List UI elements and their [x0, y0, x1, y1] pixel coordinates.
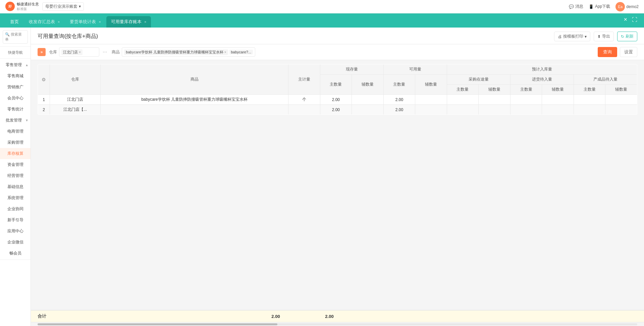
row1-inc-main [510, 95, 542, 105]
warehouse-tag: 江北门店 × [61, 49, 83, 55]
totals-avail-main: 2.00 [316, 314, 343, 319]
sidebar-item-apps[interactable]: 应用中心 [0, 226, 31, 237]
scroll-bar-track[interactable] [38, 323, 637, 325]
sidebar-item-inventory[interactable]: 库存核算 [0, 148, 31, 159]
sidebar-item-base[interactable]: 基础信息 [0, 181, 31, 192]
table-row: 2 江北门店【... 2.00 2.00 [38, 105, 637, 115]
sidebar-item-finance[interactable]: 资金管理 [0, 159, 31, 170]
table-row: 1 江北门店 babycare学饮杯 儿童防摔防撞吸管杯重力球吸嘴杯宝宝水杯 个… [38, 95, 637, 105]
search-menu-btn[interactable]: 🔍 搜索菜单 [3, 30, 28, 44]
close-available-icon[interactable]: × [144, 20, 146, 24]
sidebar-item-system[interactable]: 系统管理 [0, 192, 31, 203]
scroll-bar-thumb[interactable] [38, 323, 277, 325]
col-inc-main-header: 主数量 [510, 85, 542, 95]
logo-text-block: 畅捷通好生意 标准版 [17, 2, 39, 11]
product-tag-1-close[interactable]: × [224, 50, 226, 54]
tab-available[interactable]: 可用量库存账本 × [106, 16, 151, 28]
col-stock-sub-header: 辅数量 [352, 75, 384, 95]
sidebar-item-wholesale[interactable]: 批发管理 ▼ [0, 115, 31, 126]
sidebar-item-retail-mgmt[interactable]: 零售管理 ▲ [0, 59, 31, 71]
refresh-btn[interactable]: ↻ 刷新 [617, 32, 637, 41]
col-product-header: 产成品待入量 [574, 75, 637, 85]
row1-avail-main: 2.00 [383, 95, 415, 105]
top-bar-right: 💬 消息 📱 App下载 Ea demo2 [569, 2, 639, 11]
close-receive-icon[interactable]: × [58, 20, 60, 24]
wechat-label: 企业微信 [2, 239, 29, 245]
scroll-bar-area [31, 322, 644, 326]
newbie-label: 新手引导 [2, 217, 29, 223]
ecommerce-label: 电商管理 [2, 129, 29, 134]
ops-label: 经营管理 [2, 173, 29, 179]
sidebar-item-vip[interactable]: 畅会员 [0, 248, 31, 259]
marketing-label: 营销推广 [2, 84, 29, 90]
chevron-down-icon: ▾ [79, 4, 81, 9]
col-unit-header: 主计量 [288, 64, 320, 95]
message-icon: 💬 [569, 4, 574, 9]
window-close-btn[interactable]: × [624, 16, 627, 23]
sidebar-item-marketing[interactable]: 营销推广 [0, 82, 31, 93]
sidebar-item-member[interactable]: 会员中心 [0, 93, 31, 104]
product-tag-2: babycare?... [229, 50, 253, 54]
col-inc-sub-header: 辅数量 [542, 85, 574, 95]
data-table: ⚙ 仓库 商品 主计量 现存量 可用量 预计入库量 主数量 辅数量 主数量 辅数… [38, 64, 637, 115]
messages-btn[interactable]: 💬 消息 [569, 4, 583, 9]
finance-label: 资金管理 [2, 162, 29, 168]
messages-label: 消息 [575, 4, 583, 9]
top-bar-left: 好 畅捷通好生意 标准版 母婴行业演示账套 ▾ [5, 2, 84, 11]
col-stock-main-header: 主数量 [320, 75, 352, 95]
sidebar-item-newbie[interactable]: 新手引导 [0, 215, 31, 226]
avatar: Ea [615, 2, 625, 11]
member-label: 会员中心 [2, 95, 29, 101]
sidebar-item-ops[interactable]: 经营管理 [0, 170, 31, 181]
row2-inc-main [510, 105, 542, 115]
row2-product [100, 105, 288, 115]
col-stock-header: 现存量 [320, 64, 383, 75]
retail-mgmt-arrow: ▲ [25, 63, 29, 67]
print-btn[interactable]: 🖨 按模板打印 ▾ [554, 32, 590, 41]
sidebar-item-purchase[interactable]: 采购管理 [0, 137, 31, 148]
user-profile[interactable]: Ea demo2 [615, 2, 639, 11]
product-input[interactable]: babycare学饮杯 儿童防摔防撞吸管杯重力球吸嘴杯宝宝水杯 × babyca… [122, 47, 255, 57]
col-planned-header: 预计入库量 [447, 64, 637, 75]
available-tab-label: 可用量库存账本 [111, 19, 142, 25]
query-btn[interactable]: 查询 [598, 47, 617, 57]
row1-stock-sub [352, 95, 384, 105]
sidebar-item-quicknav[interactable]: 零售管理 快捷导航 [0, 48, 31, 57]
print-label: 按模板打印 [563, 34, 583, 39]
settings-btn[interactable]: 设置 [620, 47, 637, 57]
tab-order[interactable]: 要货单统计表 × [65, 16, 105, 28]
row1-warehouse: 江北门店 [50, 95, 101, 105]
expand-icon: » [41, 50, 43, 54]
page-header: 可用量查询(按仓库+商品) 🖨 按模板打印 ▾ ⬆ 导出 ↻ 刷新 [31, 28, 644, 44]
warehouse-input[interactable]: 江北门店 × [59, 47, 99, 57]
export-btn[interactable]: ⬆ 导出 [594, 32, 614, 41]
search-icon: 🔍 [5, 32, 10, 36]
row1-stock-main: 2.00 [320, 95, 352, 105]
apps-label: 应用中心 [2, 228, 29, 234]
tab-home[interactable]: 首页 [5, 16, 23, 28]
row2-warehouse: 江北门店【... [50, 105, 101, 115]
sidebar-item-enterprise[interactable]: 企业协同 [0, 203, 31, 215]
logo-icon: 好 [5, 2, 15, 11]
row2-avail-main: 2.00 [383, 105, 415, 115]
tab-receive[interactable]: 收发存汇总表 × [24, 16, 64, 28]
window-expand-btn[interactable]: ⛶ [632, 17, 637, 23]
close-order-icon[interactable]: × [99, 20, 101, 24]
row1-pur-main [447, 95, 479, 105]
sidebar-item-wechat[interactable]: 企业微信 [0, 237, 31, 248]
col-settings-header[interactable]: ⚙ [38, 64, 50, 95]
sidebar-item-retail-shop[interactable]: 零售商城 [0, 71, 31, 82]
totals-label: 合计 [38, 313, 101, 319]
sidebar-item-retail-stats[interactable]: 零售统计 [0, 104, 31, 115]
industry-selector[interactable]: 母婴行业演示账套 ▾ [42, 2, 84, 11]
logo-text: 畅捷通好生意 [17, 2, 39, 6]
totals-row: 合计 2.00 2.00 [31, 310, 644, 322]
main-layout: 🔍 搜索菜单 零售管理 快捷导航 零售管理 ▲ 零售商城 营销推广 会员中心 [0, 28, 644, 326]
sidebar-item-ecommerce[interactable]: 电商管理 [0, 126, 31, 137]
filter-expand-btn[interactable]: » [38, 48, 46, 56]
warehouse-tag-close[interactable]: × [79, 50, 81, 54]
warehouse-more-icon[interactable]: ··· [101, 49, 108, 55]
app-download-btn[interactable]: 📱 App下载 [589, 4, 610, 9]
sidebar: 🔍 搜索菜单 零售管理 快捷导航 零售管理 ▲ 零售商城 营销推广 会员中心 [0, 28, 31, 326]
row1-index: 1 [38, 95, 50, 105]
